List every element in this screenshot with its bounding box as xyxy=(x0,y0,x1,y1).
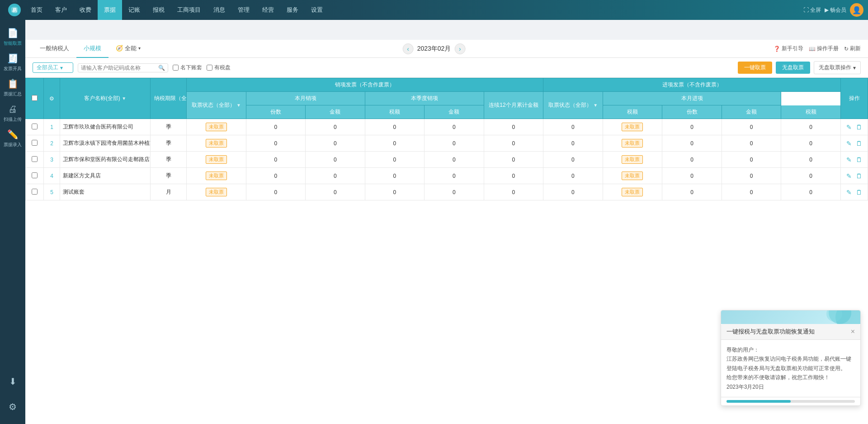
cumulative12-link[interactable]: 0 xyxy=(571,124,575,130)
sidebar-item-issue-invoice[interactable]: 🧾 发票开具 xyxy=(0,50,25,75)
tab-small-scale[interactable]: 小规模 xyxy=(76,40,108,58)
sales-fetch-filter-icon[interactable]: ▼ xyxy=(236,103,241,108)
sales-month-count-header: 份数 xyxy=(246,105,306,119)
app-logo[interactable]: 易 xyxy=(5,0,24,20)
select-all-header xyxy=(26,78,44,119)
row-checkbox-cell xyxy=(26,184,44,200)
column-settings-icon[interactable]: ⚙ xyxy=(49,95,54,102)
nav-business[interactable]: 工商项目 xyxy=(171,0,207,20)
nav-home[interactable]: 首页 xyxy=(24,0,49,20)
employee-select[interactable]: 全部员工 ▾ xyxy=(33,62,73,73)
nav-message[interactable]: 消息 xyxy=(207,0,231,20)
nav-fee[interactable]: 收费 xyxy=(73,0,98,20)
svg-text:易: 易 xyxy=(12,8,17,13)
search-input[interactable] xyxy=(81,65,156,71)
cumulative12-cell: 0 xyxy=(543,184,603,200)
no-disk-actions-button[interactable]: 无盘取票操作 ▾ xyxy=(814,61,861,74)
row-index: 2 xyxy=(50,140,53,147)
view-action-icon[interactable]: 🗒 xyxy=(856,124,862,131)
sidebar-item-invoice-summary[interactable]: 📋 票据汇总 xyxy=(0,75,25,100)
row-checkbox[interactable] xyxy=(32,156,38,162)
nav-invoice[interactable]: 票据 xyxy=(98,0,122,20)
sales-quarter-amount-link[interactable]: 0 xyxy=(453,157,456,163)
notification-text: 江苏政务网已恢复访问电子税务局功能，易代账一键登陆电子税务局与无盘取票相关功能可… xyxy=(726,354,855,373)
sidebar-settings[interactable]: ⚙ xyxy=(0,394,25,419)
sidebar-item-scan-upload[interactable]: 🖨 扫描上传 xyxy=(0,100,25,126)
view-action-icon[interactable]: 🗒 xyxy=(856,140,862,147)
view-action-icon[interactable]: 🗒 xyxy=(856,156,862,163)
operations-header: 操作 xyxy=(841,78,868,119)
sales-quarter-tax-cell: 0 xyxy=(484,119,543,135)
row-checkbox[interactable] xyxy=(32,189,38,195)
sales-quarter-amount-link[interactable]: 0 xyxy=(453,173,456,179)
next-period-button[interactable]: › xyxy=(454,43,465,54)
edit-action-icon[interactable]: ✎ xyxy=(846,189,852,196)
edit-action-icon[interactable]: ✎ xyxy=(846,156,852,163)
edit-action-icon[interactable]: ✎ xyxy=(846,140,852,147)
sales-month-amount-cell: 0 xyxy=(306,119,365,135)
no-disk-fetch-button[interactable]: 无盘取票 xyxy=(776,62,810,74)
view-action-icon[interactable]: 🗒 xyxy=(856,172,862,180)
cumulative12-link[interactable]: 0 xyxy=(571,189,575,195)
manual-label: 操作手册 xyxy=(817,45,839,52)
purchase-current-month-header: 本月进项 xyxy=(603,92,781,105)
fullscreen-label: 全屏 xyxy=(810,6,821,14)
sales-quarter-amount-link[interactable]: 0 xyxy=(453,189,456,195)
notification-close-button[interactable]: × xyxy=(851,328,855,336)
nav-service[interactable]: 服务 xyxy=(280,0,305,20)
taxdisk-checkbox[interactable] xyxy=(207,65,212,71)
nav-settings[interactable]: 设置 xyxy=(305,0,329,20)
invoice-entry-label: 票据录入 xyxy=(4,142,22,148)
nav-bookkeeping[interactable]: 记账 xyxy=(122,0,146,20)
refresh-button[interactable]: ↻ 刷新 xyxy=(844,45,861,52)
sales-quarter-tax-cell: 0 xyxy=(484,184,543,200)
row-checkbox[interactable] xyxy=(32,124,38,129)
row-checkbox[interactable] xyxy=(32,140,38,146)
sidebar-item-invoice-entry[interactable]: ✏️ 票据录入 xyxy=(0,126,25,151)
scan-upload-label: 扫描上传 xyxy=(4,116,22,123)
row-checkbox[interactable] xyxy=(32,172,38,178)
cumulative12-link[interactable]: 0 xyxy=(571,173,575,179)
client-filter-icon[interactable]: ▼ xyxy=(122,96,126,101)
sales-quarter-amount-link[interactable]: 0 xyxy=(453,140,456,147)
cumulative12-link[interactable]: 0 xyxy=(571,157,575,163)
account-checkbox[interactable] xyxy=(173,65,179,71)
sales-invoice-header: 销项发票（不含作废票） xyxy=(187,78,543,92)
checkbox-account[interactable]: 名下账套 xyxy=(173,64,202,71)
tab-general-taxpayer[interactable]: 一般纳税人 xyxy=(33,40,76,58)
checkbox-taxdisk[interactable]: 有税盘 xyxy=(207,64,231,71)
nav-tax[interactable]: 报税 xyxy=(146,0,171,20)
prev-period-button[interactable]: ‹ xyxy=(403,43,414,54)
fullscreen-button[interactable]: ⛶ 全屏 xyxy=(803,6,821,14)
settings-icon: ⚙ xyxy=(9,401,17,412)
user-avatar[interactable]: 👤 xyxy=(850,3,863,17)
cumulative12-header: 连续12个月累计金额 xyxy=(484,92,543,119)
vip-button[interactable]: ▶ 畅会员 xyxy=(825,6,846,14)
purchase-month-count-header: 份数 xyxy=(662,105,722,119)
vip-icon: ▶ xyxy=(825,7,829,13)
select-all-checkbox[interactable] xyxy=(32,95,38,101)
sales-quarter-amount-link[interactable]: 0 xyxy=(453,124,456,130)
sidebar-item-smart-fetch[interactable]: 📄 智能取票 xyxy=(0,24,25,50)
client-name-cell: 新建区方文具店 xyxy=(60,168,151,184)
notification-scrollbar[interactable] xyxy=(721,397,860,405)
edit-action-icon[interactable]: ✎ xyxy=(846,172,852,180)
search-wrap: 🔍 xyxy=(78,63,168,72)
nav-operation[interactable]: 经营 xyxy=(256,0,280,20)
sidebar-download[interactable]: ⬇ xyxy=(0,369,25,394)
nav-manage[interactable]: 管理 xyxy=(231,0,256,20)
sales-month-tax-cell: 0 xyxy=(365,168,425,184)
notification-footer: 给您带来的不便敬请谅解，祝您工作顺快！ xyxy=(726,373,855,382)
view-action-icon[interactable]: 🗒 xyxy=(856,189,862,196)
download-icon: ⬇ xyxy=(9,376,17,387)
one-click-fetch-button[interactable]: 一键取票 xyxy=(738,62,772,74)
search-icon[interactable]: 🔍 xyxy=(158,65,165,71)
nav-client[interactable]: 客户 xyxy=(49,0,73,20)
edit-action-icon[interactable]: ✎ xyxy=(846,124,852,131)
tab-all-capable[interactable]: 🧭 全能 ▾ xyxy=(108,40,148,58)
new-guide-button[interactable]: ❓ 新手引导 xyxy=(774,45,803,52)
sales-quarter-tax-cell: 0 xyxy=(484,135,543,152)
cumulative12-link[interactable]: 0 xyxy=(571,140,575,147)
purchase-fetch-filter-icon[interactable]: ▼ xyxy=(593,103,598,108)
manual-button[interactable]: 📖 操作手册 xyxy=(809,45,839,52)
